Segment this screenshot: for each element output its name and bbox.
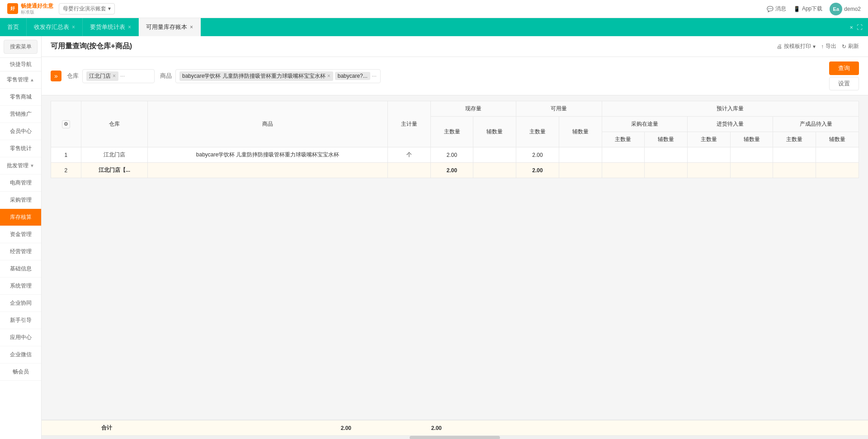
sidebar-item-ecommerce-mgmt[interactable]: 电商管理 — [0, 175, 41, 192]
tab-order-stats[interactable]: 要货单统计表 × — [83, 18, 139, 36]
sidebar-item-label: 经营管理 — [10, 248, 32, 255]
page-actions: 🖨 按模板打印 ▾ ↑ 导出 ↻ 刷新 — [777, 42, 859, 50]
filter-bar: » 仓库 江北门店 × ··· 商品 babycare学饮杯 儿童防摔防撞吸管杯… — [42, 57, 868, 95]
quick-nav-button[interactable]: 快捷导航 — [0, 58, 41, 71]
sidebar-item-label: 零售统计 — [10, 145, 32, 152]
product-tag-remove[interactable]: × — [327, 73, 330, 79]
sidebar-item-label: 基础信息 — [10, 265, 32, 273]
row-stock-main: 2.00 — [430, 163, 473, 178]
sidebar-item-member-vip[interactable]: 畅会员 — [0, 363, 41, 381]
chevron-down-icon: ▾ — [108, 5, 111, 12]
sidebar-item-system-mgmt[interactable]: 系统管理 — [0, 278, 41, 295]
row-avail-aux — [559, 147, 602, 163]
expand-arrow-icon: ▲ — [30, 77, 34, 82]
col-product: 商品 — [148, 101, 388, 147]
sidebar-item-app-center[interactable]: 应用中心 — [0, 329, 41, 346]
username-label: demo2 — [844, 6, 861, 12]
tab-home[interactable]: 首页 — [0, 18, 27, 36]
row-avail-main: 2.00 — [516, 163, 559, 178]
user-profile[interactable]: Ea demo2 — [830, 3, 861, 15]
sidebar-item-wholesale-mgmt[interactable]: 批发管理 ▼ — [0, 157, 41, 175]
col-pur-transit-main: 主数量 — [602, 132, 645, 147]
sidebar-top: 搜索菜单 — [0, 36, 41, 58]
app-download-icon: 📱 — [793, 6, 800, 12]
expand-button[interactable]: » — [51, 71, 61, 81]
warehouse-tag-remove[interactable]: × — [113, 73, 116, 79]
message-button[interactable]: 💬 消息 — [767, 5, 786, 13]
warehouse-label: 仓库 — [67, 72, 79, 80]
col-stock-main: 主数量 — [430, 117, 473, 147]
search-menu-button[interactable]: 搜索菜单 — [4, 40, 38, 54]
query-button[interactable]: 查询 — [829, 61, 859, 75]
page-title: 可用量查询(按仓库+商品) — [51, 42, 132, 51]
product-tag-2: babycare?... — [335, 72, 370, 80]
sidebar-item-marketing[interactable]: 营销推广 — [0, 106, 41, 123]
message-label: 消息 — [775, 5, 786, 13]
available-stock-tab-label: 可用量库存账本 — [146, 23, 187, 31]
sidebar-item-member-center[interactable]: 会员中心 — [0, 123, 41, 140]
col-finished-main: 主数量 — [773, 132, 816, 147]
tab-available-stock[interactable]: 可用量库存账本 × — [139, 18, 201, 36]
fullscreen-icon[interactable]: ⛶ — [857, 24, 863, 31]
logo-area: 好 畅捷通好生意 标准版 — [7, 3, 53, 14]
product-value: babycare学饮杯 儿童防摔防撞吸管杯重力球吸嘴杯宝宝水杯 — [182, 72, 326, 80]
row-incoming-aux — [730, 163, 773, 178]
sidebar-item-retail-stats[interactable]: 零售统计 — [0, 140, 41, 157]
row-num: 1 — [51, 147, 81, 163]
row-avail-main: 2.00 — [516, 147, 559, 163]
row-pur-transit-aux — [645, 163, 688, 178]
col-finished-aux: 辅数量 — [816, 132, 859, 147]
product-filter-group: 商品 babycare学饮杯 儿童防摔防撞吸管杯重力球吸嘴杯宝宝水杯 × bab… — [160, 69, 381, 83]
top-bar: 好 畅捷通好生意 标准版 母婴行业演示账套 ▾ 💬 消息 📱 App下载 Ea … — [0, 0, 868, 18]
row-warehouse: 江北门店 — [81, 147, 148, 163]
more-icon-2[interactable]: ··· — [372, 73, 377, 79]
tenant-selector[interactable]: 母婴行业演示账套 ▾ — [59, 3, 115, 14]
sidebar-item-finance-mgmt[interactable]: 资金管理 — [0, 226, 41, 243]
col-stock-aux: 辅数量 — [473, 117, 516, 147]
more-icon[interactable]: ··· — [120, 73, 125, 79]
app-download-button[interactable]: 📱 App下载 — [793, 5, 822, 13]
product-input[interactable]: babycare学饮杯 儿童防摔防撞吸管杯重力球吸嘴杯宝宝水杯 × babyca… — [175, 69, 381, 83]
sidebar-item-basic-info[interactable]: 基础信息 — [0, 260, 41, 278]
message-icon: 💬 — [767, 6, 774, 12]
data-table: ⚙ 仓库 商品 主计量 现存量 可用量 预计入库量 主数量 辅数量 主数量 辅数… — [51, 101, 859, 178]
sidebar-item-enterprise-wechat[interactable]: 企业微信 — [0, 346, 41, 363]
logo-icon: 好 — [7, 3, 18, 14]
sidebar-item-inventory-audit[interactable]: 库存核算 — [0, 209, 41, 226]
col-group-incoming-pending: 进货待入量 — [687, 117, 773, 132]
print-template-button[interactable]: 🖨 按模板打印 ▾ — [777, 42, 816, 50]
sidebar-item-label: 批发管理 — [7, 162, 28, 170]
row-product: babycare学饮杯 儿童防摔防撞吸管杯重力球吸嘴杯宝宝水杯 — [148, 147, 388, 163]
table-row: 1 江北门店 babycare学饮杯 儿童防摔防撞吸管杯重力球吸嘴杯宝宝水杯 个… — [51, 147, 859, 163]
sidebar-item-enterprise-collab[interactable]: 企业协同 — [0, 295, 41, 312]
table-footer: 合计 2.00 2.00 — [42, 420, 868, 435]
refresh-button[interactable]: ↻ 刷新 — [842, 42, 859, 50]
sidebar-item-operations-mgmt[interactable]: 经营管理 — [0, 243, 41, 260]
product-value2: babycare?... — [338, 73, 368, 79]
sidebar-item-retail-store[interactable]: 零售商城 — [0, 89, 41, 106]
top-bar-right: 💬 消息 📱 App下载 Ea demo2 — [767, 3, 861, 15]
horizontal-scrollbar[interactable] — [42, 435, 868, 439]
logo-subtitle: 标准版 — [21, 9, 53, 15]
export-button[interactable]: ↑ 导出 — [821, 42, 836, 50]
cashflow-tab-close[interactable]: × — [72, 24, 75, 30]
sidebar-item-purchase-mgmt[interactable]: 采购管理 — [0, 192, 41, 209]
available-stock-tab-close[interactable]: × — [190, 24, 193, 30]
avatar-text: Ea — [833, 6, 839, 12]
product-tag-1: babycare学饮杯 儿童防摔防撞吸管杯重力球吸嘴杯宝宝水杯 × — [179, 71, 333, 81]
col-avail-main: 主数量 — [516, 117, 559, 147]
tab-cashflow[interactable]: 收发存汇总表 × — [27, 18, 83, 36]
sidebar-item-label: 库存核算 — [10, 213, 32, 221]
sidebar-item-new-guide[interactable]: 新手引导 — [0, 312, 41, 329]
warehouse-input[interactable]: 江北门店 × ··· — [82, 69, 155, 83]
order-stats-tab-close[interactable]: × — [128, 24, 131, 30]
col-incoming-main: 主数量 — [687, 132, 730, 147]
table-settings-icon[interactable]: ⚙ — [62, 120, 70, 128]
settings-button[interactable]: 设置 — [829, 77, 859, 90]
table-container: ⚙ 仓库 商品 主计量 现存量 可用量 预计入库量 主数量 辅数量 主数量 辅数… — [42, 95, 868, 420]
sidebar-item-label: 零售商城 — [10, 93, 32, 101]
sidebar-item-retail-mgmt[interactable]: 零售管理 ▲ — [0, 71, 41, 89]
close-all-icon[interactable]: × — [849, 24, 853, 31]
row-warehouse: 江北门店【... — [81, 163, 148, 178]
col-settings-icon[interactable]: ⚙ — [51, 101, 81, 147]
